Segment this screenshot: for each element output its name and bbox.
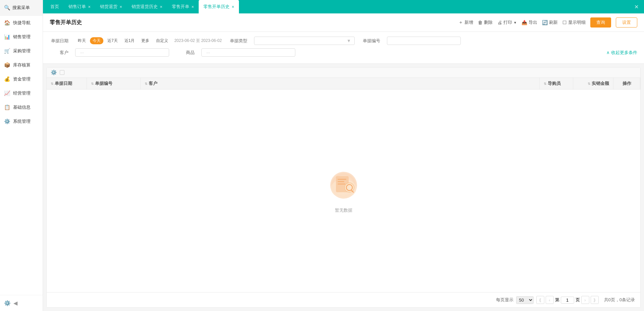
- sidebar-item-label: 快捷导航: [13, 20, 31, 26]
- th-bill-no[interactable]: ⇅ 单据编号: [87, 78, 141, 89]
- bill-no-label: 单据编号: [361, 38, 380, 44]
- prev-page-btn[interactable]: ‹: [546, 296, 554, 304]
- filter-area: 单据日期 昨天 今天 近7天 近1月 更多 自定义 2023-06-02 至 2…: [43, 32, 644, 64]
- sidebar-item-purchase-mgmt[interactable]: 🛒 采购管理: [0, 44, 43, 58]
- settings-bottom-icon[interactable]: ⚙️: [4, 300, 11, 306]
- last-page-btn[interactable]: ⟫: [591, 296, 599, 304]
- date-range-display: 2023-06-02 至 2023-06-02: [174, 38, 221, 44]
- date-1month-btn[interactable]: 近1月: [122, 37, 138, 44]
- total-info: 共0页，0条记录: [604, 297, 635, 303]
- tab-sales-return-close[interactable]: ✕: [119, 5, 122, 9]
- doc-icon: 📋: [4, 104, 10, 110]
- customer-select[interactable]: ···: [75, 48, 169, 57]
- home-icon: 🏠: [4, 20, 10, 26]
- date-today-btn[interactable]: 今天: [90, 37, 103, 44]
- bill-type-label: 单据类型: [229, 38, 247, 44]
- first-page-btn[interactable]: ⟪: [536, 296, 544, 304]
- next-page-btn[interactable]: ›: [581, 296, 589, 304]
- setting-button[interactable]: 设置: [616, 17, 637, 28]
- sidebar-item-quick-nav[interactable]: 🏠 快捷导航: [0, 16, 43, 30]
- query-button[interactable]: 查询: [590, 17, 611, 28]
- sidebar-search[interactable]: 🔍 搜索采单: [0, 0, 43, 16]
- date-7days-btn[interactable]: 近7天: [105, 37, 120, 44]
- goods-select[interactable]: ···: [201, 48, 295, 57]
- bill-type-select[interactable]: ▼: [254, 37, 355, 45]
- date-buttons: 昨天 今天 近7天 近1月 更多 自定义 2023-06-02 至 2023-0…: [75, 37, 222, 44]
- tab-sales-order-close[interactable]: ✕: [88, 5, 91, 9]
- tab-sales-return[interactable]: 销货退货 ✕: [95, 0, 127, 13]
- print-button[interactable]: 🖨 打印 ▼: [497, 19, 517, 25]
- date-custom-btn[interactable]: 自定义: [153, 37, 171, 44]
- th-date[interactable]: ⇅ 单据日期: [47, 78, 87, 89]
- th-salesperson[interactable]: ⇅ 导购员: [540, 78, 573, 89]
- cart-icon: 🛒: [4, 48, 10, 54]
- table-settings-icon[interactable]: ⚙️: [51, 69, 57, 75]
- bill-no-input[interactable]: [387, 37, 461, 45]
- tab-sales-return-history-close[interactable]: ✕: [160, 5, 162, 9]
- tab-sales-order[interactable]: 销售订单 ✕: [64, 0, 95, 13]
- customer-filter-label: 客户: [50, 50, 68, 56]
- date-more-btn[interactable]: 更多: [139, 37, 152, 44]
- tab-sales-return-history[interactable]: 销货退货历史 ✕: [127, 0, 167, 13]
- collapse-more-btn[interactable]: ∧ 收起更多条件: [606, 50, 637, 56]
- sidebar-item-sys-mgmt[interactable]: ⚙️ 系统管理: [0, 114, 43, 128]
- select-all-checkbox[interactable]: [60, 70, 64, 75]
- export-label: 导出: [529, 19, 537, 25]
- page-number-input[interactable]: [561, 297, 574, 304]
- tab-bar: 首页 销售订单 ✕ 销货退货 ✕ 销货退货历史 ✕ 零售开单 ✕ 零售开单历史 …: [43, 0, 644, 13]
- collapse-arrow-icon: ∧: [606, 50, 610, 55]
- sort-icon-bill-no: ⇅: [91, 82, 94, 86]
- tab-sales-return-label: 销货退货: [100, 4, 117, 10]
- th-bill-no-label: 单据编号: [95, 81, 112, 87]
- gear-icon: ⚙️: [4, 118, 10, 124]
- sidebar-item-label: 资金管理: [13, 76, 31, 82]
- tab-bar-right: ✕: [634, 4, 641, 10]
- sidebar-item-inventory[interactable]: 📦 库存核算: [0, 58, 43, 72]
- sidebar-item-label: 销售管理: [13, 34, 31, 40]
- customer-dots: ···: [80, 50, 84, 55]
- page-header: 零售开单历史 ＋ 新增 🗑 删除 🖨 打印 ▼ 📤 导出 🔄 刷新: [43, 13, 644, 32]
- th-amount-label: 实销金额: [592, 81, 609, 87]
- table-header: ⇅ 单据日期 ⇅ 单据编号 ⇅ 客户 ⇅ 导购员 ⇅ 实销金额 操作: [47, 78, 640, 90]
- export-button[interactable]: 📤 导出: [522, 19, 537, 25]
- tab-home-label: 首页: [50, 4, 59, 10]
- refresh-button[interactable]: 🔄 刷新: [542, 19, 558, 25]
- th-ops-label: 操作: [623, 81, 631, 87]
- add-icon: ＋: [458, 19, 463, 25]
- window-close-button[interactable]: ✕: [634, 4, 639, 10]
- th-customer[interactable]: ⇅ 客户: [141, 78, 540, 89]
- sidebar-item-sales-mgmt[interactable]: 📊 销售管理: [0, 30, 43, 44]
- sidebar-item-base-info[interactable]: 📋 基础信息: [0, 100, 43, 114]
- svg-rect-2: [338, 179, 346, 180]
- tab-retail-open-history-close[interactable]: ✕: [232, 5, 234, 9]
- tab-retail-open[interactable]: 零售开单 ✕: [167, 0, 199, 13]
- date-yesterday-btn[interactable]: 昨天: [75, 37, 89, 44]
- chart-icon: 📊: [4, 34, 10, 40]
- tab-retail-open-history[interactable]: 零售开单历史 ✕: [199, 0, 239, 13]
- sidebar: 🔍 搜索采单 🏠 快捷导航 📊 销售管理 🛒 采购管理 📦 库存核算 💰 资金管…: [0, 0, 43, 311]
- box-icon: 📦: [4, 62, 10, 68]
- display-detail-toggle[interactable]: ☐ 显示明细: [562, 19, 586, 25]
- tab-home[interactable]: 首页: [46, 0, 64, 13]
- sidebar-bottom: ⚙️ ◀: [0, 295, 43, 311]
- th-ops: 操作: [613, 78, 640, 89]
- goods-filter-label: 商品: [176, 50, 195, 56]
- page-title: 零售开单历史: [50, 19, 82, 26]
- tab-retail-open-close[interactable]: ✕: [191, 5, 194, 9]
- svg-rect-4: [338, 184, 345, 185]
- add-button[interactable]: ＋ 新增: [458, 19, 473, 25]
- print-label: 打印: [503, 19, 512, 25]
- sidebar-item-label: 经营管理: [13, 90, 31, 96]
- header-actions: ＋ 新增 🗑 删除 🖨 打印 ▼ 📤 导出 🔄 刷新 ☐ 显: [458, 17, 637, 28]
- refresh-label: 刷新: [549, 19, 558, 25]
- print-chevron-icon: ▼: [513, 21, 517, 24]
- collapse-sidebar-icon[interactable]: ◀: [13, 300, 17, 306]
- export-icon: 📤: [522, 20, 527, 25]
- search-icon: 🔍: [4, 5, 10, 11]
- delete-button[interactable]: 🗑 删除: [478, 19, 493, 25]
- per-page-select[interactable]: 50 20 100: [516, 296, 534, 304]
- sidebar-item-finance[interactable]: 💰 资金管理: [0, 72, 43, 86]
- delete-icon: 🗑: [478, 20, 483, 25]
- sidebar-item-ops-mgmt[interactable]: 📈 经营管理: [0, 86, 43, 100]
- th-amount[interactable]: ⇅ 实销金额: [573, 78, 613, 89]
